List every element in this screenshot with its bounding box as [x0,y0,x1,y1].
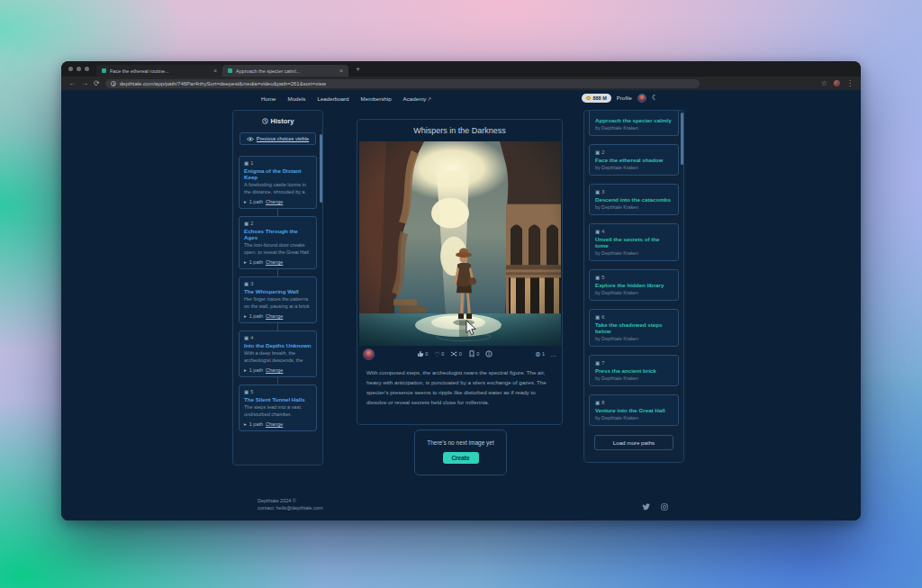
settings-button[interactable]: ⚙ 1 [535,351,545,357]
path-title[interactable]: Unveil the secrets of the tome [595,236,673,249]
history-card-5[interactable]: ▣5 The Silent Tunnel Halls The steps lea… [239,384,317,431]
author-avatar[interactable] [363,348,375,360]
change-link[interactable]: Change [266,199,283,204]
path-title[interactable]: Press the ancient brick [595,367,673,374]
image-badge-icon: ▣ [244,160,249,166]
browser-profile-avatar[interactable] [834,80,840,86]
history-item-desc: With a deep breath, the archeologist des… [244,350,312,365]
path-badge: ▣8 [595,400,673,405]
site-info-icon[interactable] [111,81,116,86]
history-card-2[interactable]: ▣2 Echoes Through the Ages The iron-boun… [239,216,317,269]
save-button[interactable]: 0 [468,350,480,357]
path-title[interactable]: Explore the hidden library [595,282,673,288]
path-marker-icon: ▸ [244,259,247,265]
history-card-1[interactable]: ▣1 Enigma of the Distant Keep A forebodi… [239,156,317,209]
path-card-2[interactable]: ▣2 Face the ethereal shadow by Depthtale… [589,144,679,176]
path-title[interactable]: Approach the specter calmly [595,117,673,123]
browser-tab-1[interactable]: Face the ethereal routine... × [96,65,222,77]
info-button[interactable] [485,350,493,357]
footer-contact[interactable]: contact: hello@depthtale.com [258,504,323,511]
history-card-4[interactable]: ▣4 Into the Depths Unknown With a deep b… [239,330,317,377]
branch-icon [450,350,457,357]
instagram-icon[interactable] [661,503,668,511]
path-marker-icon: ▸ [244,199,247,204]
path-badge: ▣5 [595,275,673,280]
browser-tab-2-active[interactable]: Approach the specter calml... × [222,65,348,77]
site-nav-links: Home Models Leaderboard Membership Acade… [261,90,431,106]
path-author: by Depthtale Kraken [595,290,673,295]
path-author: by Depthtale Kraken [595,336,673,341]
twitter-icon[interactable] [642,503,650,511]
new-tab-button[interactable]: + [356,65,360,74]
nav-link-models[interactable]: Models [288,95,306,102]
paths-panel: Approach the specter calmly by Depthtale… [583,110,684,463]
create-button[interactable]: Create [443,452,479,464]
path-card-7[interactable]: ▣7 Press the ancient brick by Depthtale … [589,355,679,386]
history-item-title[interactable]: Echoes Through the Ages [244,228,312,240]
nav-link-leaderboard[interactable]: Leaderboard [317,95,348,102]
change-link[interactable]: Change [266,313,283,319]
path-marker-icon: ▸ [244,367,247,373]
history-header: History [233,117,322,125]
heart-button[interactable]: ♡ 0 [434,351,444,357]
change-link[interactable]: Change [266,367,283,373]
path-title[interactable]: Venture into the Great Hall [595,407,673,413]
info-icon [485,350,493,357]
nav-link-academy[interactable]: Academy↗ [403,95,431,102]
no-next-image-box: There's no next image yet Create [414,430,507,475]
depthtale-page: Home Models Leaderboard Membership Acade… [61,90,861,520]
history-card-3[interactable]: ▣3 The Whispering Wall Her finger traces… [239,276,317,323]
change-link[interactable]: Change [266,259,283,265]
change-link[interactable]: Change [266,421,283,427]
path-card-3[interactable]: ▣3 Descend into the catacombs by Depthta… [589,184,679,215]
bookmark-star-icon[interactable]: ☆ [821,80,827,87]
previous-choices-toggle[interactable]: Previous choices visible [240,132,316,145]
cavern-scene-illustration [359,141,561,346]
back-icon[interactable]: ← [68,80,76,87]
like-button[interactable]: 0 [417,350,429,357]
minimize-window-button[interactable] [77,67,81,71]
external-link-icon: ↗ [427,96,431,102]
nav-link-home[interactable]: Home [261,95,276,102]
load-more-paths-button[interactable]: Load more paths [594,435,673,450]
history-connector [277,269,278,276]
path-card-1[interactable]: Approach the specter calmly by Depthtale… [589,111,679,136]
more-options-button[interactable]: … [550,351,556,357]
nav-link-membership[interactable]: Membership [361,95,392,102]
history-scrollbar[interactable] [320,134,322,203]
reload-icon[interactable]: ⟳ [94,80,100,87]
user-avatar[interactable] [637,94,646,103]
site-nav: Home Models Leaderboard Membership Acade… [61,90,861,106]
history-item-title[interactable]: The Whispering Wall [244,288,312,294]
path-title[interactable]: Descend into the catacombs [595,196,673,203]
address-bar[interactable]: depthtale.com/app/path/746Par4nhySort=de… [105,79,700,88]
footer-copyright: Depthtale 2024 © [258,497,323,504]
history-title: History [271,117,294,125]
path-card-8[interactable]: ▣8 Venture into the Great Hall by Deptht… [589,394,679,426]
path-card-6[interactable]: ▣6 Take the shadowed steps below by Dept… [589,309,679,347]
story-image[interactable] [359,141,561,346]
path-card-5[interactable]: ▣5 Explore the hidden library by Depthta… [589,269,679,301]
zoom-window-button[interactable] [85,67,89,71]
tab-close-icon[interactable]: × [213,68,217,74]
path-title[interactable]: Take the shadowed steps below [595,321,673,334]
paths-scrollbar[interactable] [681,113,683,165]
forward-icon[interactable]: → [81,80,88,87]
profile-link[interactable]: Profile [617,95,632,101]
path-title[interactable]: Face the ethereal shadow [595,157,673,163]
credits-pill[interactable]: 888 M [582,94,611,103]
image-badge-icon: ▣ [595,314,600,320]
path-card-4[interactable]: ▣4 Unveil the secrets of the tome by Dep… [589,223,679,261]
history-item-title[interactable]: Into the Depths Unknown [244,342,312,348]
remix-button[interactable]: 0 [450,350,462,357]
close-window-button[interactable] [68,67,73,71]
kebab-menu-icon[interactable]: ⋮ [846,80,854,87]
tab-close-icon[interactable]: × [339,68,343,74]
dark-mode-toggle-icon[interactable]: ☾ [652,95,658,102]
heart-icon: ♡ [434,351,439,357]
history-item-title[interactable]: The Silent Tunnel Halls [244,396,312,403]
browser-tabstrip: Face the ethereal routine... × Approach … [61,61,861,77]
history-item-title[interactable]: Enigma of the Distant Keep [244,167,312,180]
window-controls [68,67,89,71]
path-author: by Depthtale Kraken [595,204,673,210]
